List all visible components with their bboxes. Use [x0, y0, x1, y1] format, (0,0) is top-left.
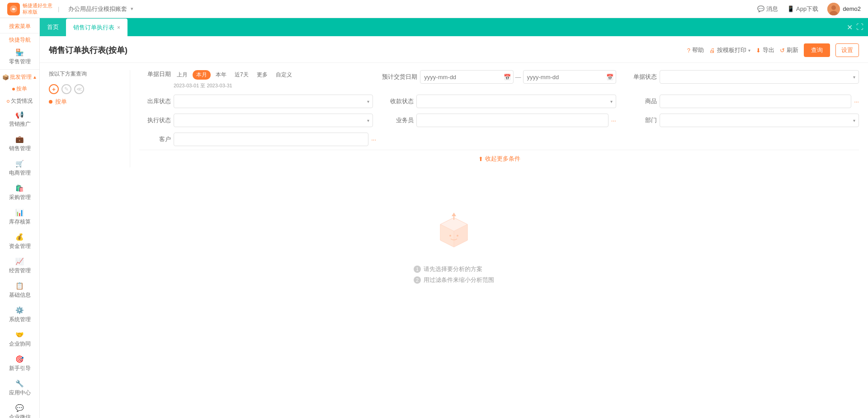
- customer-input[interactable]: [174, 133, 368, 146]
- tab-sales-execution[interactable]: 销售订单执行表 ×: [66, 19, 127, 37]
- filter-collection-field: 收款状态 ▾: [382, 95, 616, 108]
- filter-row-1: 单据日期 上月 本月 本年 近7天 更多 自定义: [139, 70, 859, 89]
- scheme-dot-icon: [49, 100, 52, 104]
- sidebar-item-system[interactable]: ⚙️ 系统管理: [0, 303, 39, 327]
- start-date-input[interactable]: [420, 70, 513, 84]
- status-select[interactable]: [660, 70, 859, 84]
- tab-actions: ✕ ⛶: [847, 23, 868, 32]
- execution-select-wrap: ▾: [174, 114, 373, 127]
- refresh-btn[interactable]: ↺ 刷新: [780, 46, 798, 54]
- collection-select-wrap: ▾: [416, 95, 616, 108]
- sidebar-item-purchase[interactable]: 🛍️ 采购管理: [0, 180, 39, 205]
- filter-fields: 单据日期 上月 本月 本年 近7天 更多 自定义: [139, 70, 859, 167]
- settings-button[interactable]: 设置: [835, 43, 859, 57]
- collection-status-select[interactable]: [416, 95, 616, 108]
- basic-icon: 📋: [15, 282, 24, 290]
- collapse-bar: ⬆ 收起更多条件: [139, 150, 859, 167]
- help-btn[interactable]: ? 帮助: [687, 46, 704, 54]
- top-bar-right: 💬 消息 📱 App下载 demo2: [757, 3, 861, 15]
- collection-status-label: 收款状态: [382, 97, 414, 105]
- sidebar-sub-item-按单[interactable]: 按单: [0, 83, 39, 95]
- delivery-status-select[interactable]: [174, 95, 373, 108]
- tab-minimize-icon[interactable]: ✕: [847, 23, 853, 32]
- salesperson-more-icon[interactable]: ···: [611, 117, 616, 124]
- logo-text: 畅捷通好生意 标准版: [23, 3, 52, 14]
- filter-estimated-date-field: 预计交货日期 📅 —: [382, 70, 616, 84]
- sidebar-item-wechat[interactable]: 💬 企业微信: [0, 400, 39, 418]
- tab-home[interactable]: 首页: [40, 18, 66, 36]
- sidebar-item-marketing[interactable]: 📢 营销推广: [0, 107, 39, 132]
- tip-num-2: 2: [414, 276, 421, 284]
- start-date-calendar-icon[interactable]: 📅: [504, 74, 511, 81]
- inventory-icon: 📊: [15, 209, 24, 217]
- status-select-wrap: ▾: [660, 70, 859, 84]
- filter-row-4: 客户 ···: [139, 133, 859, 146]
- sidebar-item-finance[interactable]: 💰 资金管理: [0, 229, 39, 254]
- end-date-calendar-icon[interactable]: 📅: [606, 74, 613, 81]
- marketing-icon: 📢: [15, 111, 24, 119]
- customer-more-icon[interactable]: ···: [371, 136, 376, 143]
- sidebar-item-cooperation[interactable]: 🤝 企业协同: [0, 327, 39, 352]
- empty-tips: 1 请先选择要分析的方案 2 用过滤条件来缩小分析范围: [414, 265, 494, 284]
- content-area: 首页 销售订单执行表 × ✕ ⛶ 销售订单执行表(按单) ? 帮助: [40, 18, 868, 418]
- chevron-up-icon: ▲: [33, 75, 37, 80]
- collapse-btn[interactable]: ⬆ 收起更多条件: [478, 155, 520, 163]
- sidebar-item-inventory[interactable]: 📊 库存核算: [0, 205, 39, 229]
- tab-close-icon[interactable]: ×: [117, 24, 120, 31]
- date-btn-custom[interactable]: 自定义: [273, 70, 295, 80]
- logo-icon: [7, 3, 20, 15]
- sidebar-quick-nav[interactable]: 快捷导航: [0, 33, 39, 45]
- date-btn-last-month[interactable]: 上月: [174, 70, 191, 80]
- execution-status-select[interactable]: [174, 114, 373, 127]
- scheme-option-item[interactable]: 按单: [49, 98, 123, 106]
- search-button[interactable]: 查询: [804, 43, 830, 57]
- app-title-dropdown-icon[interactable]: ▾: [131, 6, 133, 12]
- message-btn[interactable]: 💬 消息: [757, 5, 778, 13]
- end-date-input[interactable]: [523, 70, 616, 84]
- app-download-btn[interactable]: 📱 App下载: [787, 5, 818, 13]
- sidebar-sub-item-欠货情况[interactable]: 欠货情况: [0, 95, 39, 107]
- sidebar-item-operations[interactable]: 📈 经营管理: [0, 254, 39, 278]
- page-content: 销售订单执行表(按单) ? 帮助 🖨 按模板打印 ▾ ⬇: [40, 36, 868, 418]
- date-field-label: 单据日期: [139, 70, 171, 78]
- goods-label: 商品: [625, 97, 657, 105]
- date-btn-this-month[interactable]: 本月: [193, 70, 211, 80]
- sidebar-item-apps[interactable]: 🔧 应用中心: [0, 376, 39, 400]
- salesperson-input[interactable]: [416, 114, 608, 127]
- sidebar-item-sales[interactable]: 💼 销售管理: [0, 132, 39, 156]
- scheme-label: 按以下方案查询: [49, 70, 87, 78]
- tab-maximize-icon[interactable]: ⛶: [856, 23, 863, 31]
- date-btn-this-year[interactable]: 本年: [212, 70, 230, 80]
- scheme-add-btn[interactable]: +: [49, 84, 59, 94]
- print-btn[interactable]: 🖨 按模板打印 ▾: [709, 46, 750, 54]
- date-btn-7days[interactable]: 近7天: [231, 70, 252, 80]
- svg-point-10: [449, 235, 451, 237]
- empty-state: 1 请先选择要分析的方案 2 用过滤条件来缩小分析范围: [40, 175, 868, 311]
- sidebar-item-retail[interactable]: 🏪 零售管理: [0, 45, 39, 69]
- date-btn-more[interactable]: 更多: [254, 70, 271, 80]
- scheme-collapse-btn[interactable]: ≪: [74, 84, 84, 94]
- scheme-edit-btn[interactable]: ✎: [61, 84, 71, 94]
- svg-marker-9: [452, 213, 456, 216]
- print-icon: 🖨: [709, 47, 715, 54]
- filter-execution-field: 执行状态 ▾: [139, 114, 373, 127]
- sidebar-search[interactable]: 搜索菜单: [0, 18, 39, 33]
- wholesale-icon: 📦: [2, 74, 9, 81]
- status-field-label: 单据状态: [625, 73, 657, 81]
- goods-input[interactable]: [660, 95, 851, 108]
- sidebar-item-wholesale[interactable]: 📦 批发管理 ▲: [0, 70, 39, 83]
- export-btn[interactable]: ⬇ 导出: [756, 46, 774, 54]
- department-select[interactable]: [660, 114, 859, 127]
- user-area[interactable]: demo2: [827, 3, 861, 15]
- retail-icon: 🏪: [15, 48, 24, 57]
- filter-delivery-field: 出库状态 ▾: [139, 95, 373, 108]
- user-avatar: [827, 3, 840, 15]
- top-bar-left: 畅捷通好生意 标准版 | 办公用品行业模拟账套 ▾: [7, 3, 133, 15]
- goods-more-icon[interactable]: ···: [854, 98, 859, 105]
- sidebar-item-basic[interactable]: 📋 基础信息: [0, 278, 39, 303]
- page-title: 销售订单执行表(按单): [49, 45, 127, 56]
- sidebar-item-ecommerce[interactable]: 🛒 电商管理: [0, 156, 39, 180]
- top-bar: 畅捷通好生意 标准版 | 办公用品行业模拟账套 ▾ 💬 消息 📱 App下载 d: [0, 0, 868, 18]
- page-inner: 销售订单执行表(按单) ? 帮助 🖨 按模板打印 ▾ ⬇: [40, 36, 868, 418]
- sidebar-item-newbie[interactable]: 🎯 新手引导: [0, 352, 39, 376]
